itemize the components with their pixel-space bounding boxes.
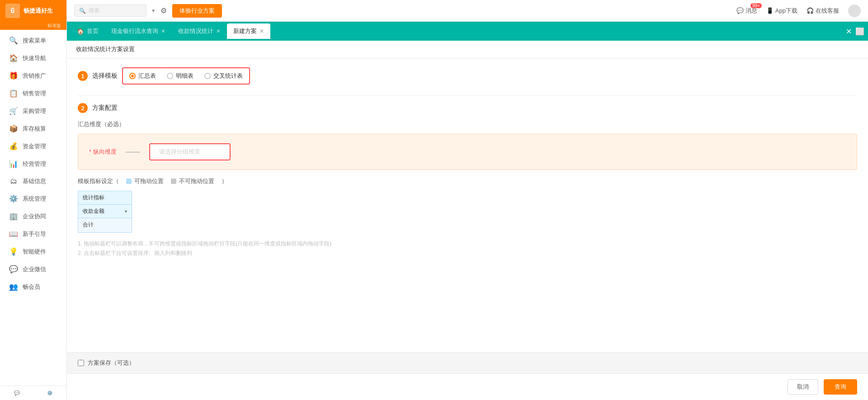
sidebar-item-label: 搜索菜单 bbox=[23, 37, 46, 45]
topbar-search[interactable]: 🔍 搜索 bbox=[74, 5, 146, 17]
step1-number: 1 bbox=[78, 71, 88, 81]
sidebar-item-label: 系统管理 bbox=[23, 195, 46, 203]
download-icon: 📱 bbox=[766, 7, 774, 14]
sidebar-item-operations[interactable]: 📊 经营管理 bbox=[0, 155, 66, 173]
sidebar-item-quick-nav[interactable]: 🏠 快速导航 bbox=[0, 49, 66, 67]
sidebar-item-hardware[interactable]: 💡 智能硬件 bbox=[0, 243, 66, 260]
tab-bank-flow[interactable]: 现金银行流水查询 ✕ bbox=[105, 24, 172, 39]
step1-label: 选择模板 bbox=[92, 72, 118, 80]
content-area: 收款情况统计方案设置 1 选择模板 汇总表 明细表 bbox=[67, 41, 868, 400]
metrics-column-header: 统计指标 bbox=[78, 191, 132, 205]
sidebar-item-enterprise[interactable]: 🏢 企业协同 bbox=[0, 207, 66, 225]
radio-summary-circle bbox=[129, 73, 136, 79]
sidebar-item-marketing[interactable]: 🎁 营销推广 bbox=[0, 67, 66, 85]
guide-icon: 📖 bbox=[9, 230, 18, 238]
message-badge: 99+ bbox=[750, 3, 762, 8]
tips-section: 1. 拖动标题栏可以调整布局，不可跨维度或指标区域拖动栏目字段(只能在同一维度或… bbox=[78, 240, 857, 257]
user-avatar[interactable] bbox=[848, 5, 861, 17]
fixed-label: 不可拖动位置 bbox=[179, 177, 214, 185]
save-checkbox[interactable] bbox=[78, 360, 84, 366]
step1-header: 1 选择模板 汇总表 明细表 交叉统计表 bbox=[78, 67, 857, 85]
sidebar-item-sales[interactable]: 📋 销售管理 bbox=[0, 85, 66, 102]
topbar-gear-icon[interactable]: ⚙ bbox=[160, 6, 167, 15]
system-icon: ⚙️ bbox=[9, 194, 18, 203]
support-item[interactable]: 🎧 在线客服 bbox=[807, 7, 839, 15]
sales-icon: 📋 bbox=[9, 89, 18, 98]
sidebar-item-basic-info[interactable]: 🗂 基础信息 bbox=[0, 173, 66, 190]
member-icon: 👥 bbox=[9, 282, 18, 291]
feedback-icon: 💬 bbox=[14, 391, 19, 395]
download-item[interactable]: 📱 App下载 bbox=[766, 7, 797, 15]
sidebar-item-member[interactable]: 👥 畅会员 bbox=[0, 278, 66, 296]
message-item[interactable]: 💬 消息 99+ bbox=[736, 7, 757, 15]
save-label: 方案保存（可选） bbox=[88, 359, 135, 367]
support-icon: 🎧 bbox=[807, 7, 814, 14]
metrics-cell-total: 合计 bbox=[78, 218, 132, 233]
query-button[interactable]: 查询 bbox=[824, 379, 857, 395]
tab-new-plan[interactable]: 新建方案 ✕ bbox=[227, 24, 270, 39]
marketing-icon: 🎁 bbox=[9, 71, 18, 80]
industry-solution-button[interactable]: 体验行业方案 bbox=[172, 4, 222, 18]
dimension-arrow: —— bbox=[126, 148, 140, 156]
wechat-icon: 💬 bbox=[9, 265, 18, 273]
radio-cross[interactable]: 交叉统计表 bbox=[204, 72, 243, 80]
message-icon: 💬 bbox=[736, 7, 744, 14]
sidebar-item-purchase[interactable]: 🛒 采购管理 bbox=[0, 102, 66, 120]
footer-bar: 取消 查询 bbox=[67, 373, 868, 400]
sidebar-item-inventory[interactable]: 📦 库存核算 bbox=[0, 120, 66, 137]
sidebar: 6 畅捷通好生 标准版 🔍 搜索菜单 🏠 快速导航 🎁 营销推广 📋 销售管理 … bbox=[0, 0, 67, 400]
tab-new-plan-label: 新建方案 bbox=[233, 27, 257, 35]
radio-summary[interactable]: 汇总表 bbox=[129, 72, 156, 80]
sidebar-item-label: 畅会员 bbox=[23, 283, 40, 291]
tab-maximize-icon[interactable]: ⬜ bbox=[855, 27, 864, 36]
sidebar-item-finance[interactable]: 💰 资金管理 bbox=[0, 137, 66, 155]
topbar-chevron-icon[interactable]: ▾ bbox=[152, 7, 155, 14]
radio-detail-label: 明细表 bbox=[176, 72, 193, 80]
template-options: 汇总表 明细表 交叉统计表 bbox=[122, 67, 250, 85]
radio-cross-label: 交叉统计表 bbox=[213, 72, 243, 80]
cancel-button[interactable]: 取消 bbox=[788, 379, 818, 395]
purchase-icon: 🛒 bbox=[9, 107, 18, 115]
metrics-close-paren: ） bbox=[222, 177, 227, 185]
tab-home-label: 首页 bbox=[87, 27, 99, 35]
step1-section: 1 选择模板 汇总表 明细表 交叉统计表 bbox=[78, 67, 857, 85]
sidebar-item-label: 库存核算 bbox=[23, 125, 46, 133]
movable-legend: 可拖动位置 bbox=[126, 177, 164, 185]
sidebar-item-label: 企业协同 bbox=[23, 212, 46, 221]
sidebar-nav: 🔍 搜索菜单 🏠 快速导航 🎁 营销推广 📋 销售管理 🛒 采购管理 📦 库存核… bbox=[0, 30, 66, 386]
divider-1 bbox=[78, 95, 857, 96]
radio-detail[interactable]: 明细表 bbox=[167, 72, 193, 80]
tip2-text: 2. 点击标题栏下拉可设置排序、插入列和删除列 bbox=[78, 249, 857, 257]
radio-summary-label: 汇总表 bbox=[138, 72, 156, 80]
sidebar-item-label: 企业微信 bbox=[23, 265, 46, 273]
form-container: 1 选择模板 汇总表 明细表 交叉统计表 bbox=[67, 58, 868, 352]
sidebar-item-label: 基础信息 bbox=[23, 177, 46, 185]
vertical-dimension-label: * 纵向维度 bbox=[89, 148, 117, 156]
sidebar-bottom-settings[interactable]: ⚙️ bbox=[47, 391, 52, 395]
topbar-right: 💬 消息 99+ 📱 App下载 🎧 在线客服 bbox=[736, 5, 861, 17]
tab-home[interactable]: 🏠 首页 bbox=[71, 24, 105, 39]
sidebar-item-wechat[interactable]: 💬 企业微信 bbox=[0, 260, 66, 278]
metrics-header: 模板指标设定（ 可拖动位置 不可拖动位置 ） bbox=[78, 177, 857, 185]
sidebar-item-search-menu[interactable]: 🔍 搜索菜单 bbox=[0, 32, 66, 49]
movable-dot bbox=[126, 179, 132, 184]
step2-section: 2 方案配置 汇总维度（必选） * 纵向维度 —— 请选择分组维度 bbox=[78, 103, 857, 257]
tab-new-plan-close[interactable]: ✕ bbox=[259, 28, 264, 34]
tab-bank-flow-close[interactable]: ✕ bbox=[161, 28, 165, 34]
sidebar-item-label: 智能硬件 bbox=[23, 248, 46, 256]
page-title-bar: 收款情况统计方案设置 bbox=[67, 41, 868, 58]
step2-header: 2 方案配置 bbox=[78, 103, 857, 113]
sidebar-item-guide[interactable]: 📖 新手引导 bbox=[0, 225, 66, 243]
download-label: App下载 bbox=[775, 7, 797, 15]
tab-collect-stats-close[interactable]: ✕ bbox=[216, 28, 221, 34]
topbar-search-placeholder: 搜索 bbox=[89, 7, 99, 14]
sidebar-item-system[interactable]: ⚙️ 系统管理 bbox=[0, 190, 66, 207]
tab-collect-stats[interactable]: 收款情况统计 ✕ bbox=[172, 24, 227, 39]
dimension-select[interactable]: 请选择分组维度 bbox=[149, 143, 231, 160]
topbar-search-icon: 🔍 bbox=[79, 8, 86, 14]
sidebar-bottom-feedback[interactable]: 💬 bbox=[14, 391, 19, 395]
tabbar-actions: ✕ ⬜ bbox=[846, 27, 864, 36]
tab-close-all-icon[interactable]: ✕ bbox=[846, 27, 852, 36]
metrics-column-label[interactable]: 收款金额 ▾ bbox=[78, 205, 132, 218]
sidebar-logo: 6 畅捷通好生 bbox=[0, 0, 66, 22]
